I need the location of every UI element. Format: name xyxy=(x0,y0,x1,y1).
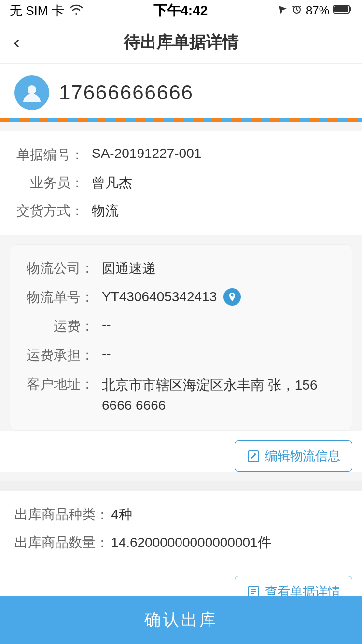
sim-text: 无 SIM 卡 xyxy=(10,2,64,19)
goods-types-row: 出库商品种类： 4种 xyxy=(14,505,348,524)
battery-text: 87% xyxy=(306,4,329,17)
sales-person-label: 业务员： xyxy=(14,174,92,192)
sales-person-value: 曾凡杰 xyxy=(92,174,348,192)
delivery-method-label: 交货方式： xyxy=(14,202,92,220)
phone-number: 17666666666 xyxy=(59,81,194,104)
tracking-number-value: YT4306405342413 xyxy=(102,288,337,306)
freight-value: -- xyxy=(102,317,337,333)
freight-row: 运费： -- xyxy=(25,317,337,336)
status-time: 下午4:42 xyxy=(153,1,208,20)
svg-rect-3 xyxy=(334,6,348,12)
freight-label: 运费： xyxy=(25,317,102,336)
phone-header: 17666666666 xyxy=(0,64,362,118)
freight-bearer-label: 运费承担： xyxy=(25,346,102,364)
order-number-row: 单据编号： SA-20191227-001 xyxy=(14,146,348,164)
location-arrow-icon xyxy=(278,4,288,17)
status-left: 无 SIM 卡 xyxy=(10,2,84,19)
status-right: 87% xyxy=(278,4,352,17)
edit-logistics-button[interactable]: 编辑物流信息 xyxy=(235,440,352,472)
bottom-bar: 确认出库 xyxy=(0,596,362,644)
battery-icon xyxy=(333,4,352,17)
svg-point-5 xyxy=(231,294,234,297)
status-bar: 无 SIM 卡 下午4:42 87% xyxy=(0,0,362,21)
delivery-method-row: 交货方式： 物流 xyxy=(14,202,348,220)
edit-logistics-label: 编辑物流信息 xyxy=(265,448,340,464)
goods-quantity-row: 出库商品数量： 14.62000000000000001件 xyxy=(14,533,348,552)
goods-section: 出库商品种类： 4种 出库商品数量： 14.62000000000000001件 xyxy=(0,491,362,566)
goods-types-label: 出库商品种类： xyxy=(14,505,111,524)
delivery-method-value: 物流 xyxy=(92,202,348,220)
page-title: 待出库单据详情 xyxy=(124,31,238,54)
tracking-location-icon[interactable] xyxy=(223,288,241,306)
confirm-button[interactable]: 确认出库 xyxy=(144,609,218,631)
alarm-icon xyxy=(292,4,302,17)
freight-bearer-value: -- xyxy=(102,346,337,362)
freight-bearer-row: 运费承担： -- xyxy=(25,346,337,364)
address-value: 北京市市辖区海淀区永丰南 张，156 6666 6666 xyxy=(102,375,337,416)
logistics-card: 物流公司： 圆通速递 物流单号： YT4306405342413 运费： -- … xyxy=(10,244,352,431)
goods-types-value: 4种 xyxy=(111,505,132,524)
edit-icon xyxy=(247,449,260,463)
nav-bar: ‹ 待出库单据详情 xyxy=(0,21,362,64)
back-button[interactable]: ‹ xyxy=(14,31,20,53)
address-row: 客户地址： 北京市市辖区海淀区永丰南 张，156 6666 6666 xyxy=(25,375,337,416)
logistics-company-label: 物流公司： xyxy=(25,259,102,278)
tracking-number-row: 物流单号： YT4306405342413 xyxy=(25,288,337,307)
order-info-section: 单据编号： SA-20191227-001 业务员： 曾凡杰 交货方式： 物流 xyxy=(0,131,362,235)
edit-logistics-container: 编辑物流信息 xyxy=(0,431,362,472)
tracking-number-label: 物流单号： xyxy=(25,288,102,307)
user-avatar xyxy=(14,75,49,110)
goods-quantity-label: 出库商品数量： xyxy=(14,533,111,552)
address-label: 客户地址： xyxy=(25,375,102,393)
tracking-text: YT4306405342413 xyxy=(102,289,217,305)
order-number-value: SA-20191227-001 xyxy=(92,146,348,161)
logistics-company-row: 物流公司： 圆通速递 xyxy=(25,259,337,278)
sales-person-row: 业务员： 曾凡杰 xyxy=(14,174,348,192)
order-number-label: 单据编号： xyxy=(14,146,92,164)
goods-quantity-value: 14.62000000000000001件 xyxy=(111,533,271,552)
svg-point-4 xyxy=(28,85,36,94)
wifi-icon xyxy=(69,3,84,18)
svg-rect-2 xyxy=(349,7,351,11)
dashed-divider xyxy=(0,118,362,122)
section-divider xyxy=(0,481,362,491)
logistics-company-value: 圆通速递 xyxy=(102,259,337,278)
